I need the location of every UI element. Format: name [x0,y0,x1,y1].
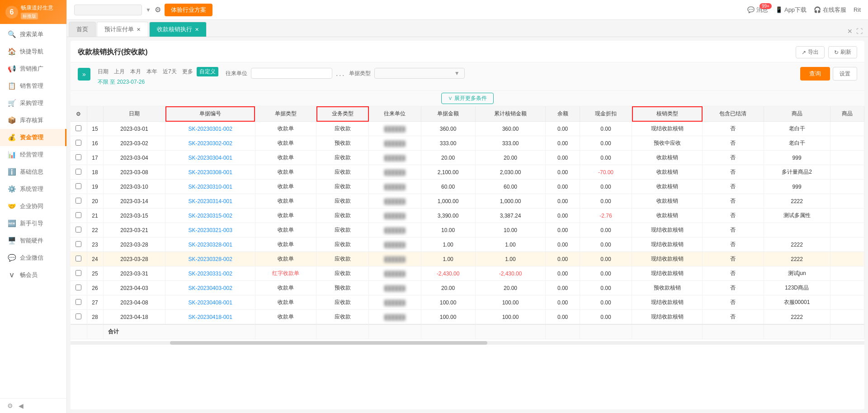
filter-bar: » 日期 上月 本月 本年 近7天 更多 自定义 [71,62,864,91]
sidebar-item-inventory[interactable]: 📦 库存核算 [0,112,66,129]
row-checkbox[interactable] [71,165,87,180]
row-cumulative: 1.00 [475,237,546,252]
topbar-search-input[interactable] [74,5,142,15]
tab-payable[interactable]: 预计应付单 ✕ [97,22,148,37]
settings-gear-icon[interactable]: ⚙ [7,402,13,409]
doc-link[interactable]: SK-20230302-002 [188,140,232,147]
doc-link[interactable]: SK-20230331-002 [188,271,232,277]
row-checkbox[interactable] [71,252,87,266]
date-btn-this-month[interactable]: 本月 [128,67,143,76]
date-btn-7days[interactable]: 近7天 [161,67,179,76]
row-checkbox[interactable] [71,151,87,165]
filter-dots[interactable]: ... [336,69,345,78]
solution-btn[interactable]: 体验行业方案 [165,4,212,16]
row-canceltype: 收款核销 [632,209,703,223]
date-btn-custom[interactable]: 自定义 [197,67,218,76]
row-checkbox[interactable] [71,194,87,209]
table-row: 16 2023-03-02 SK-20230302-002 收款单 预收款 ██… [71,136,864,151]
doc-link[interactable]: SK-20230310-001 [188,184,232,190]
row-goods: 999 [764,180,830,194]
topbar-dropdown-arrow[interactable]: ▼ [146,7,151,13]
sidebar-item-quicknav[interactable]: 🏠 快捷导航 [0,43,66,60]
sidebar-item-member[interactable]: V 畅会员 [0,266,66,284]
refresh-btn[interactable]: ↻ 刷新 [828,46,857,58]
user-profile[interactable]: Rit [854,6,861,13]
collapse-icon[interactable]: ◀ [19,402,24,409]
sidebar-item-marketing[interactable]: 📢 营销推广 [0,60,66,77]
sidebar-item-wechat[interactable]: 💬 企业微信 [0,249,66,266]
sidebar-item-search[interactable]: 🔍 搜索菜单 [0,26,66,43]
row-partner: ██████ [369,237,421,252]
row-index: 18 [87,165,103,180]
settings-col-icon[interactable]: ⚙ [76,111,81,117]
query-btn[interactable]: 查询 [800,67,830,81]
partner-input[interactable] [251,68,332,79]
app-download-btn[interactable]: 📱 App下载 [775,6,807,14]
maximize-icon[interactable]: ⛶ [856,28,863,35]
row-checkbox[interactable] [71,209,87,223]
sidebar-item-corp[interactable]: 🤝 企业协同 [0,198,66,215]
row-date: 2023-03-21 [103,223,165,237]
sidebar-item-guide[interactable]: 🆕 新手引导 [0,215,66,232]
doc-link[interactable]: SK-20230321-003 [188,227,232,233]
doc-link[interactable]: SK-20230403-002 [188,285,232,291]
sidebar-item-sales[interactable]: 📋 销售管理 [0,77,66,95]
row-checkbox[interactable] [71,122,87,136]
row-goods: 2222 [764,237,830,252]
row-checkbox[interactable] [71,180,87,194]
sidebar-item-system[interactable]: ⚙️ 系统管理 [0,180,66,198]
row-checkbox[interactable] [71,266,87,281]
doc-link[interactable]: SK-20230418-001 [188,314,232,320]
expand-more-btn[interactable]: ∨ 展开更多条件 [441,93,493,104]
row-canceltype: 现结收款核销 [632,266,703,281]
filter-settings-btn[interactable]: 设置 [833,67,857,81]
doc-link[interactable]: SK-20230301-002 [188,126,232,132]
date-btn-last-month[interactable]: 上月 [112,67,127,76]
doc-link[interactable]: SK-20230328-002 [188,256,232,262]
col-settings-header[interactable]: ⚙ [71,106,87,122]
sidebar-item-basic[interactable]: ℹ️ 基础信息 [0,163,66,180]
table-row: 23 2023-03-28 SK-20230328-001 收款单 应收款 ██… [71,237,864,252]
doc-link[interactable]: SK-20230308-001 [188,169,232,176]
sidebar-item-operations[interactable]: 📊 经营管理 [0,146,66,163]
sidebar-item-finance[interactable]: 💰 资金管理 [0,129,66,146]
sidebar-item-purchase[interactable]: 🛒 采购管理 [0,95,66,112]
doc-link[interactable]: SK-20230328-001 [188,242,232,248]
row-discount: 0.00 [580,310,632,325]
tabs-window-controls: ✕ ⛶ [847,28,868,37]
row-checkbox[interactable] [71,237,87,252]
row-checkbox[interactable] [71,223,87,237]
doc-link[interactable]: SK-20230314-001 [188,198,232,204]
topbar-gear-icon[interactable]: ⚙ [155,5,161,14]
row-discount: 0.00 [580,194,632,209]
row-doctype: 收款单 [255,281,316,295]
date-btn-more[interactable]: 更多 [180,67,195,76]
row-doctype: 收款单 [255,237,316,252]
row-checkbox[interactable] [71,281,87,295]
doc-link[interactable]: SK-20230304-001 [188,155,232,161]
row-checkbox[interactable] [71,136,87,151]
filter-expand-btn[interactable]: » [78,68,90,81]
row-include-cleared: 否 [703,266,764,281]
col-date-header: 日期 [103,106,165,122]
wechat-icon: 💬 [7,254,16,262]
row-checkbox[interactable] [71,310,87,325]
sidebar-item-hardware[interactable]: 🖥️ 智能硬件 [0,232,66,249]
messages-btn[interactable]: 💬 消息 99+ [747,6,768,14]
export-btn[interactable]: ↗ 导出 [796,46,825,58]
tab-home[interactable]: 首页 [69,22,96,37]
row-balance: 0.00 [546,252,580,266]
doc-type-select[interactable]: ▼ [374,68,465,79]
row-checkbox[interactable] [71,295,87,310]
row-index: 16 [87,136,103,151]
close-window-icon[interactable]: ✕ [847,28,853,35]
date-btn-this-year[interactable]: 本年 [145,67,159,76]
doc-link[interactable]: SK-20230408-001 [188,299,232,306]
online-service-btn[interactable]: 🎧 在线客服 [814,6,846,14]
doc-link[interactable]: SK-20230315-002 [188,213,232,219]
tab-receipt-exec-close[interactable]: ✕ [195,27,199,33]
tab-receipt-exec[interactable]: 收款核销执行 ✕ [149,22,207,37]
tab-payable-close[interactable]: ✕ [137,27,141,33]
row-biztype: 应收款 [316,310,369,325]
row-index: 20 [87,194,103,209]
